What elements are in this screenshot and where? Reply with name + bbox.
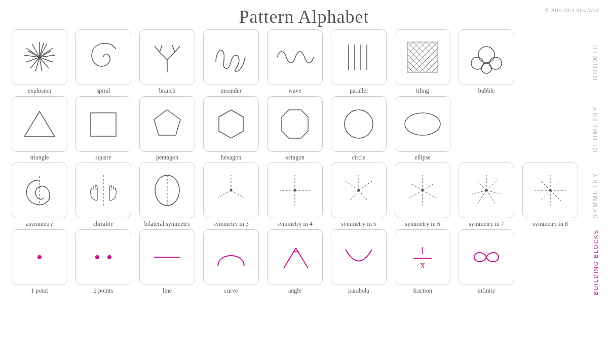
item-infinity: infinity: [456, 229, 517, 295]
item-ellipse: ellipse: [392, 96, 453, 162]
item-symmetry-8: symmetry in 8: [520, 163, 581, 228]
svg-point-56: [405, 113, 440, 135]
item-curve: curve: [201, 229, 261, 295]
svg-line-93: [550, 180, 561, 190]
svg-line-81: [409, 190, 423, 198]
item-bilateral-symmetry: bilateral symmetry: [137, 163, 198, 228]
item-square: square: [73, 96, 134, 162]
svg-rect-51: [91, 113, 116, 136]
svg-line-73: [359, 190, 367, 200]
geometry-section: triangle square pentagon: [9, 96, 599, 162]
svg-line-64: [218, 190, 231, 198]
item-octagon: octagon: [264, 96, 325, 162]
item-symmetry-6: symmetry in 6: [392, 163, 453, 228]
svg-line-21: [172, 45, 175, 52]
svg-line-75: [346, 181, 359, 190]
svg-marker-53: [219, 110, 243, 138]
svg-line-90: [475, 180, 486, 190]
svg-line-78: [423, 183, 436, 190]
page-title: Pattern Alphabet: [0, 0, 608, 27]
item-2points: 2 points: [73, 229, 134, 295]
copyright: © 2015-2021 Alex Wolf: [545, 7, 599, 13]
item-meander: meander: [201, 29, 261, 95]
growth-label: GROWTH: [592, 44, 599, 80]
item-1point: 1 point: [9, 229, 70, 295]
item-line: line: [137, 229, 198, 295]
svg-line-20: [160, 45, 162, 52]
svg-text:x: x: [420, 259, 425, 270]
svg-point-100: [37, 255, 42, 259]
svg-line-17: [160, 52, 167, 60]
svg-line-95: [550, 190, 561, 201]
svg-line-72: [359, 181, 372, 190]
item-parabola: parabola: [328, 229, 389, 295]
item-parallel: parallel: [328, 29, 389, 95]
item-wave: wave: [264, 29, 325, 95]
svg-line-18: [167, 52, 175, 60]
item-hexagon: hexagon: [201, 96, 261, 162]
item-bubble: bubble: [456, 29, 517, 95]
svg-point-102: [107, 255, 111, 259]
svg-line-99: [540, 180, 550, 190]
item-symmetry-7: symmetry in 7: [456, 163, 517, 228]
item-asymmetry: asymmetry: [9, 163, 70, 228]
item-chirality: chirality: [73, 163, 134, 228]
symmetry-section: asymmetry: [9, 163, 599, 228]
item-circle: circle: [328, 96, 389, 162]
item-spiral: spiral: [73, 29, 134, 95]
svg-line-74: [350, 190, 359, 200]
svg-line-85: [486, 180, 498, 190]
item-fraction: 1 x fraction: [392, 229, 453, 295]
building-blocks-section: 1 point 2 points line: [9, 229, 599, 295]
svg-line-97: [540, 190, 550, 201]
svg-line-22: [175, 46, 180, 52]
svg-line-79: [423, 190, 436, 198]
item-symmetry-5: symmetry in 5: [328, 163, 389, 228]
item-angle: angle: [264, 229, 325, 295]
svg-marker-52: [154, 110, 180, 135]
item-symmetry-4: symmetry in 4: [264, 163, 325, 228]
item-symmetry-3: symmetry in 3: [201, 163, 261, 228]
growth-section: explosion spiral: [9, 29, 599, 95]
svg-text:1: 1: [420, 245, 425, 256]
svg-point-46: [478, 47, 495, 63]
symmetry-label: SYMMETRY: [592, 172, 599, 219]
svg-point-49: [481, 63, 491, 73]
svg-line-82: [409, 183, 423, 190]
svg-point-101: [95, 255, 99, 259]
geometry-label: GEOMETRY: [592, 105, 599, 152]
svg-line-104: [284, 248, 296, 268]
svg-line-19: [155, 46, 160, 52]
svg-marker-54: [282, 110, 308, 138]
svg-point-55: [345, 110, 373, 138]
svg-line-105: [296, 248, 308, 268]
svg-line-63: [231, 190, 244, 198]
item-branch: branch: [137, 29, 198, 95]
item-pentagon: pentagon: [137, 96, 198, 162]
svg-marker-50: [24, 111, 55, 137]
item-triangle: triangle: [9, 96, 70, 162]
building-blocks-label: BUILDING BLOCKS: [593, 229, 599, 295]
item-tiling: tiling: [392, 29, 453, 95]
item-explosion: explosion: [9, 29, 70, 95]
